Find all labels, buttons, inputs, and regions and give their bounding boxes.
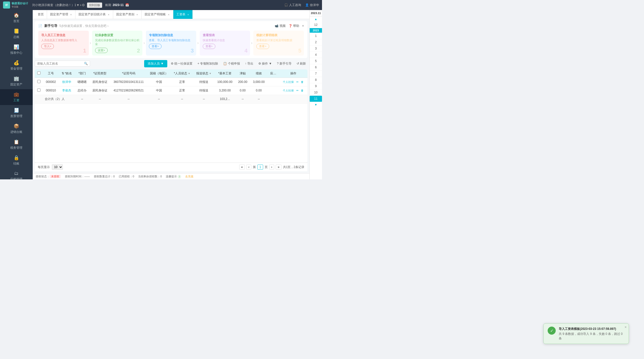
cal-month-4[interactable]: 4 (310, 52, 322, 58)
per-page-select[interactable]: 10 20 50 (52, 164, 63, 170)
th-name-sort-icon[interactable]: ⇅ (62, 72, 64, 75)
cal-month-1[interactable]: 1 (310, 33, 322, 39)
operations-btn[interactable]: ⚙ 操作 ▼ (257, 61, 273, 67)
tab-payroll-label: 工资表 (176, 12, 185, 17)
sidebar-item-reports-label: 报表中心 (10, 51, 22, 55)
sidebar-item-inventory[interactable]: 📦 进销台账 (0, 121, 33, 137)
prev-page-btn[interactable]: ‹ (246, 165, 251, 170)
settings-btn[interactable]: ⚙ (82, 3, 85, 7)
sidebar-item-ledger[interactable]: 📒 总账 (0, 26, 33, 42)
sidebar-item-invoices[interactable]: 🧾 发票管理 (0, 105, 33, 121)
search-input[interactable] (37, 62, 83, 65)
row-1-delete-btn[interactable]: 🗑 (301, 80, 304, 83)
sidebar-item-archive[interactable]: 🗂 归档管理 (0, 168, 33, 179)
sidebar-item-close[interactable]: 🔒 结账 (0, 152, 33, 168)
th-name: ⇅ *姓名 (59, 69, 75, 78)
sidebar-item-fixed-assets[interactable]: 🏢 固定资产 (0, 73, 33, 89)
tab-payroll-close[interactable]: × (187, 13, 189, 16)
add-person-btn[interactable]: 添加人员 ▼ (144, 60, 167, 67)
first-page-btn[interactable]: « (239, 165, 245, 170)
report-status-filter-icon[interactable]: ▼ (209, 72, 212, 75)
tab-asset-detail-label: 固定资产明细账 (145, 12, 166, 17)
sidebar-item-reports[interactable]: 📊 报表中心 (0, 42, 33, 58)
export-btn[interactable]: ↑ 导出 (244, 61, 255, 67)
row-2-checkbox[interactable] (37, 88, 41, 92)
row-1-checkbox[interactable] (37, 80, 41, 83)
tab-depreciation[interactable]: 固定资产折旧统计表 × (75, 10, 113, 19)
cal-month-10[interactable]: 10 (310, 89, 322, 96)
cal-month-8[interactable]: 8 (310, 77, 322, 83)
employee-table-wrapper: 工号 ⇅ *姓名 *部门 *证照类型 *证照号码 国籍（地区） (35, 69, 307, 163)
guide-steps: 导入员工工资信息 人员信息及工资数据新增导入 导入> 1 › 社保参数设置 完成… (38, 31, 304, 56)
switch-version-btn[interactable]: 切到旧版 (87, 3, 102, 8)
row-2-id-num: 412702198206290521 (110, 86, 147, 95)
tab-home[interactable]: 首页 (35, 10, 47, 19)
social-security-btn[interactable]: ⚙ 统一社保设置 (169, 61, 194, 67)
tab-fixed-assets[interactable]: 固定资产管理 × (47, 10, 75, 19)
step-4-btn[interactable]: 查看> (203, 44, 215, 49)
sidebar-item-home[interactable]: 🏠 首页 (0, 10, 33, 26)
table-row: 000010 李俊杰 总经办 居民身份证 412702198206290521 … (35, 86, 307, 95)
add-account-btn[interactable]: + (80, 3, 82, 7)
tab-asset-category-close[interactable]: × (136, 13, 138, 16)
user-avatar-area[interactable]: 👤 徐泽华 (305, 3, 319, 7)
row-2-social-security-btn[interactable]: 个人社保 (283, 89, 294, 92)
cal-month-12[interactable]: 12 (310, 22, 322, 28)
search-icon[interactable]: 🔍 (84, 62, 88, 65)
newbie-guide-btn[interactable]: ? 新手引导 (275, 61, 293, 67)
sidebar-item-payroll[interactable]: 💼 工资 (0, 89, 33, 105)
row-1-social-security-btn[interactable]: 个人社保 (283, 80, 294, 83)
row-2-delete-btn[interactable]: 🗑 (301, 89, 304, 92)
tab-asset-category[interactable]: 固定资产类别 × (113, 10, 142, 19)
cal-month-6[interactable]: 6 (310, 64, 322, 71)
cal-month-2[interactable]: 2 (310, 39, 322, 45)
step-3-btn[interactable]: 查看> (149, 44, 162, 49)
calendar-prev-year-btn[interactable]: ▲ (313, 16, 318, 22)
th-dept: *部门 (75, 69, 89, 78)
tax-report-btn[interactable]: 📋 个税申报 (222, 61, 241, 67)
cal-year-2023[interactable]: 2023 (310, 28, 322, 33)
total-pages-label: 共1页，2条记录 (283, 165, 304, 169)
row-2-edit-btn[interactable]: ✏ (296, 89, 299, 92)
tab-depreciation-close[interactable]: × (107, 13, 110, 16)
special-deduction-btn[interactable]: + 专项附加扣除 (196, 61, 220, 67)
tax-icon: 📋 (14, 139, 19, 145)
th-report-status: 报送状态 ▼ (193, 69, 214, 78)
payroll-icon: 💼 (14, 92, 19, 97)
cal-month-7[interactable]: 7 (310, 71, 322, 77)
total-label: 合计共（2）人 (35, 95, 75, 103)
tab-payroll[interactable]: 工资表 × (173, 10, 193, 19)
step-5-btn[interactable]: 查看> (256, 44, 269, 49)
sidebar-item-tax[interactable]: 📋 税务管理 (0, 137, 33, 152)
step-2-btn[interactable]: 设置> (95, 48, 108, 53)
step-1-btn[interactable]: 导入> (41, 44, 54, 49)
next-page-btn[interactable]: › (269, 165, 274, 170)
row-2-name-link[interactable]: 李俊杰 (62, 89, 71, 92)
th-id-num: *证照号码 (110, 69, 147, 78)
cal-month-3[interactable]: 3 (310, 45, 322, 52)
select-all-checkbox[interactable] (37, 71, 41, 75)
step-2-desc: 完成社保参数设置自动计算社保公积金 (95, 38, 140, 46)
guide-video-link[interactable]: 📹 视频 (275, 24, 285, 28)
guide-close-btn[interactable]: × (302, 24, 304, 28)
sidebar-item-funds[interactable]: 💰 资金管理 (0, 58, 33, 73)
row-1-name-link[interactable]: 徐泽华 (62, 80, 71, 84)
recharge-link[interactable]: 去充值 (185, 175, 193, 178)
ai-consult[interactable]: 🎧 人工咨询 (284, 3, 301, 7)
calendar-down-btn[interactable]: ▼ (313, 102, 318, 108)
row-1-edit-btn[interactable]: ✏ (296, 80, 299, 83)
guide-step-5: 税款计算明细表 查看税款计算过程及明细数据 查看> 5 (253, 31, 304, 56)
account-dropdown-btn[interactable]: ▼ (76, 3, 80, 7)
cal-month-5[interactable]: 5 (310, 58, 322, 64)
tab-fixed-assets-close[interactable]: × (70, 13, 72, 16)
tab-asset-detail[interactable]: 固定资产明细账 × (142, 10, 173, 19)
guide-help-link[interactable]: ❓ 帮助 (289, 24, 299, 28)
refresh-btn[interactable]: ↺ 刷新 (295, 61, 307, 67)
person-status-filter-icon[interactable]: ▼ (188, 72, 190, 75)
cal-month-11[interactable]: 11 (310, 96, 322, 102)
tab-asset-detail-close[interactable]: × (167, 13, 170, 16)
row-2-allowance: 0.00 (235, 86, 250, 95)
last-page-btn[interactable]: » (276, 165, 281, 170)
sidebar-item-home-label: 首页 (13, 19, 19, 23)
cal-month-9[interactable]: 9 (310, 83, 322, 89)
